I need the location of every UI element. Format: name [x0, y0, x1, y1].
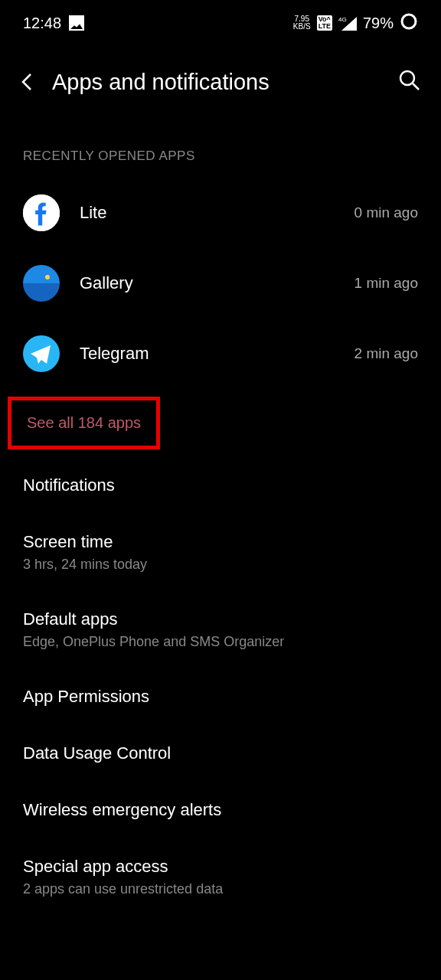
setting-subtitle: 2 apps can use unrestricted data — [23, 881, 418, 897]
setting-title: Data Usage Control — [23, 743, 418, 763]
app-name: Gallery — [80, 273, 133, 293]
setting-title: Notifications — [23, 475, 418, 495]
setting-title: App Permissions — [23, 687, 418, 707]
page-title: Apps and notifications — [52, 70, 270, 95]
image-icon — [69, 15, 84, 31]
setting-item[interactable]: Notifications — [0, 457, 441, 514]
setting-title: Special app access — [23, 857, 418, 877]
facebook-icon — [23, 194, 60, 231]
app-time: 1 min ago — [354, 275, 418, 292]
svg-text:4G: 4G — [338, 16, 347, 23]
svg-line-3 — [413, 83, 419, 90]
setting-subtitle: Edge, OnePlus Phone and SMS Organizer — [23, 634, 418, 650]
setting-item[interactable]: Data Usage Control — [0, 725, 441, 782]
status-time: 12:48 — [23, 15, 61, 32]
setting-item[interactable]: Wireless emergency alerts — [0, 782, 441, 838]
app-row[interactable]: Lite0 min ago — [0, 178, 441, 248]
battery-ring-icon — [400, 12, 418, 34]
app-time: 0 min ago — [354, 204, 418, 221]
setting-item[interactable]: Special app access2 apps can use unrestr… — [0, 838, 441, 916]
battery-percent: 79% — [363, 15, 394, 32]
app-time: 2 min ago — [354, 345, 418, 362]
status-bar: 12:48 7.95 KB/S Vo^LTE 4G 79% — [0, 0, 441, 46]
setting-title: Screen time — [23, 532, 418, 552]
app-row[interactable]: Gallery1 min ago — [0, 248, 441, 318]
setting-item[interactable]: App Permissions — [0, 668, 441, 725]
volte-icon: Vo^LTE — [317, 15, 332, 31]
setting-item[interactable]: Screen time3 hrs, 24 mins today — [0, 514, 441, 591]
telegram-icon — [23, 335, 60, 372]
search-icon[interactable] — [398, 69, 421, 95]
see-all-apps-button[interactable]: See all 184 apps — [27, 414, 141, 432]
section-header: RECENTLY OPENED APPS — [0, 149, 441, 178]
see-all-highlight: See all 184 apps — [8, 397, 160, 449]
setting-subtitle: 3 hrs, 24 mins today — [23, 557, 418, 573]
setting-title: Default apps — [23, 609, 418, 629]
header: Apps and notifications — [0, 46, 441, 126]
back-icon[interactable] — [20, 71, 35, 93]
svg-point-2 — [400, 71, 414, 85]
svg-point-5 — [45, 275, 50, 279]
gallery-icon — [23, 265, 60, 302]
network-speed: 7.95 KB/S — [293, 15, 311, 31]
signal-icon: 4G — [338, 15, 357, 31]
app-row[interactable]: Telegram2 min ago — [0, 318, 441, 389]
app-name: Lite — [80, 203, 106, 223]
svg-point-1 — [402, 15, 416, 28]
setting-title: Wireless emergency alerts — [23, 800, 418, 820]
app-name: Telegram — [80, 344, 149, 364]
setting-item[interactable]: Default appsEdge, OnePlus Phone and SMS … — [0, 591, 441, 668]
